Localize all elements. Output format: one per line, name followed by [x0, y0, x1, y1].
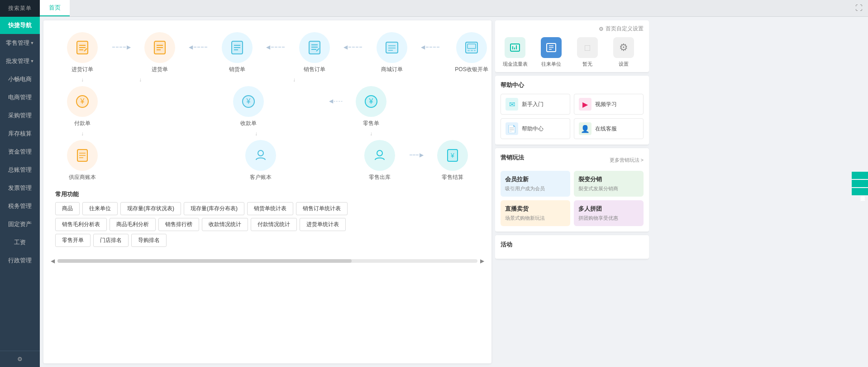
flow-node-sale[interactable]: 销货单 [210, 32, 264, 73]
func-btn-goods-profit[interactable]: 商品毛利分析 [110, 218, 156, 231]
tab-home[interactable]: 首页 [40, 0, 70, 16]
quick-icon-empty[interactable]: □ 暂无 [573, 37, 602, 68]
quick-access-header: ⚙ 首页自定义设置 [501, 25, 644, 33]
func-btn-partners[interactable]: 往来单位 [82, 202, 118, 215]
flow-node-mall-order[interactable]: 商城订单 [365, 32, 419, 73]
func-btn-receipt-stat[interactable]: 收款情况统计 [202, 218, 248, 231]
flow-node-purchase[interactable]: 进货单 [133, 32, 187, 73]
payment-icon: ¥ [67, 86, 98, 117]
sidebar-item-ledger[interactable]: 总账管理 [0, 161, 40, 179]
sidebar-settings[interactable]: ⚙ [0, 351, 40, 367]
func-btn-store-rank[interactable]: 门店排名 [93, 234, 129, 247]
beginner-label: 新手入门 [522, 101, 544, 108]
help-item-help[interactable]: 📄 帮助中心 [501, 118, 570, 139]
fission-title: 裂变分销 [578, 175, 639, 184]
float-btn-desktop[interactable]: 桌面快捷 [852, 188, 868, 195]
common-functions-title: 常用功能 [55, 190, 480, 198]
partners-label: 往来单位 [541, 61, 561, 68]
sidebar-item-invoice[interactable]: 发票管理 [0, 179, 40, 197]
svg-text:¥: ¥ [246, 97, 251, 105]
marketing-section: 营销玩法 更多营销玩法 > 会员拉新 吸引用户成为会员 裂变分销 裂变式发展分销… [495, 148, 649, 232]
flow-diagram: 进货订单 ▶ 进货单 [48, 25, 487, 187]
sidebar-item-label: 批发管理 [6, 57, 29, 65]
flow-node-retail-bill[interactable]: ¥ 零售单 [344, 86, 398, 127]
flow-row-3: 供应商账本 客户账本 [55, 140, 480, 181]
flow-node-retail-out[interactable]: 零售出库 [353, 140, 407, 181]
quick-icon-partners[interactable]: 往来单位 [537, 37, 566, 68]
svg-rect-30 [474, 50, 476, 51]
float-btn-hotline[interactable]: 客服热线 [852, 172, 868, 179]
func-btn-sale-order-stat[interactable]: 销售订单统计表 [296, 202, 348, 215]
activity-section: 活动 [495, 235, 649, 259]
flow-node-pos[interactable]: POS收银开单 [442, 32, 491, 73]
func-btn-goods[interactable]: 商品 [55, 202, 80, 215]
sidebar-item-inventory[interactable]: 库存核算 [0, 125, 40, 143]
func-btn-stock-dist[interactable]: 现存量(库存分布表) [184, 202, 244, 215]
quick-icon-cashflow[interactable]: 现金流量表 [501, 37, 529, 68]
func-btn-payment-stat[interactable]: 付款情况统计 [251, 218, 297, 231]
gear-icon: ⚙ [599, 26, 604, 32]
common-functions: 常用功能 商品 往来单位 现存量(库存状况表) 现存量(库存分布表) 销货单统计… [48, 187, 487, 255]
func-btn-purchase-stat[interactable]: 进货单统计表 [300, 218, 346, 231]
sidebar-item-label: 库存核算 [8, 130, 32, 138]
sidebar-item-retail[interactable]: 零售管理 ▼ [0, 34, 40, 52]
chevron-down-icon: ▼ [30, 59, 34, 63]
more-marketing-link[interactable]: 更多营销玩法 > [610, 157, 644, 164]
flow-node-receipt[interactable]: ¥ 收款单 [221, 86, 276, 127]
sidebar-item-admin[interactable]: 行政管理 [0, 251, 40, 270]
func-btn-retail-order[interactable]: 零售开单 [55, 234, 91, 247]
scroll-left-arrow[interactable]: ◀ [50, 258, 56, 264]
sidebar-quick-nav[interactable]: 快捷导航 [0, 17, 40, 34]
common-functions-grid-3: 零售开单 门店排名 导购排名 [55, 234, 480, 247]
help-item-beginner[interactable]: ✉ 新手入门 [501, 94, 570, 115]
sidebar-item-purchase[interactable]: 采购管理 [0, 106, 40, 125]
help-item-service[interactable]: 👤 在线客服 [574, 118, 644, 139]
beginner-icon: ✉ [506, 98, 518, 111]
sidebar-item-ecommerce-small[interactable]: 小畅电商 [0, 70, 40, 88]
sidebar-item-finance[interactable]: 资金管理 [0, 143, 40, 161]
fullscreen-button[interactable]: ⛶ [850, 0, 868, 16]
flow-node-supplier-account[interactable]: 供应商账本 [55, 140, 110, 181]
sidebar-item-wholesale[interactable]: 批发管理 ▼ [0, 52, 40, 70]
marketing-header: 营销玩法 更多营销玩法 > [501, 154, 644, 166]
float-btn-community[interactable]: 服务社区 [852, 180, 868, 187]
sidebar-search[interactable]: 搜索菜单 [0, 0, 40, 17]
flow-node-sale-order[interactable]: 销售订单 [287, 32, 342, 73]
flow-node-payment[interactable]: ¥ 付款单 [55, 86, 110, 127]
sidebar-item-label: 小畅电商 [8, 75, 32, 83]
horizontal-scrollbar: ◀ ▶ [48, 255, 487, 266]
func-btn-sale-profit[interactable]: 销售毛利分析表 [55, 218, 107, 231]
sidebar-item-tax[interactable]: 税务管理 [0, 197, 40, 215]
flow-node-purchase-order[interactable]: 进货订单 [55, 32, 110, 73]
func-btn-sale-stat[interactable]: 销货单统计表 [247, 202, 293, 215]
flow-node-customer-account[interactable]: 客户账本 [234, 140, 288, 181]
marketing-item-group[interactable]: 多人拼团 拼团购物享受优惠 [574, 200, 644, 226]
sidebar-item-label: 税务管理 [8, 202, 32, 210]
service-icon: 👤 [579, 122, 591, 135]
sidebar-item-assets[interactable]: 固定资产 [0, 215, 40, 233]
sidebar-item-label: 工资 [14, 238, 26, 246]
arrow-2: ◀ [187, 44, 210, 50]
empty-label: 暂无 [582, 61, 592, 68]
customize-link[interactable]: ⚙ 首页自定义设置 [599, 25, 644, 33]
func-btn-sale-rank[interactable]: 销售排行榜 [158, 218, 199, 231]
marketing-item-live[interactable]: 直播卖货 场景式购物新玩法 [501, 200, 570, 226]
float-buttons: 客服热线 服务社区 桌面快捷 [852, 172, 868, 195]
sidebar-item-ecommerce[interactable]: 电商管理 [0, 88, 40, 106]
sidebar-item-salary[interactable]: 工资 [0, 233, 40, 251]
marketing-item-fission[interactable]: 裂变分销 裂变式发展分销商 [574, 171, 644, 197]
mall-order-label: 商城订单 [381, 66, 403, 73]
quick-icon-settings[interactable]: ⚙ 设置 [609, 37, 638, 68]
flow-node-retail-settle[interactable]: ¥ 零售结算 [425, 140, 480, 181]
marketing-item-member[interactable]: 会员拉新 吸引用户成为会员 [501, 171, 570, 197]
scroll-right-arrow[interactable]: ▶ [479, 258, 485, 264]
sidebar-item-label: 电商管理 [8, 93, 32, 101]
func-btn-stock-status[interactable]: 现存量(库存状况表) [120, 202, 181, 215]
customer-account-label: 客户账本 [250, 174, 272, 181]
help-item-video[interactable]: ▶ 视频学习 [574, 94, 644, 115]
empty-icon-box: □ [577, 37, 598, 58]
scroll-track[interactable] [57, 259, 477, 263]
func-btn-guide-rank[interactable]: 导购排名 [131, 234, 167, 247]
sidebar-item-label: 固定资产 [8, 220, 32, 228]
arrow-5: ◀ [419, 44, 442, 50]
